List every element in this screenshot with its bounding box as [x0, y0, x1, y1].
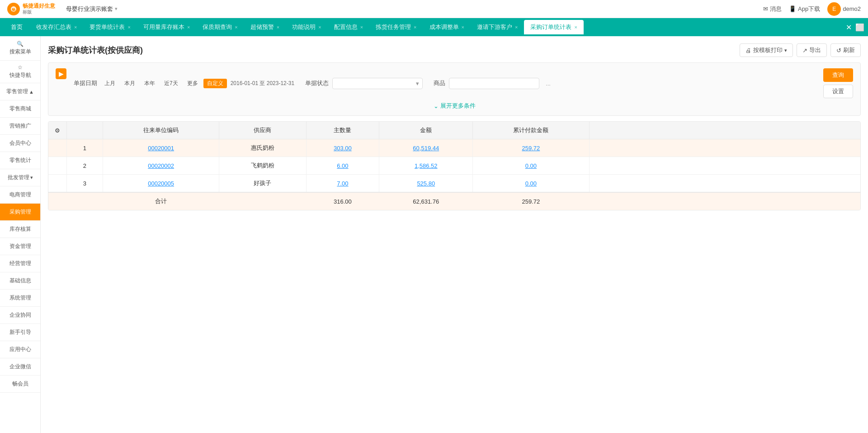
tab-close-icon[interactable]: ×: [187, 24, 190, 30]
filter-top-row: ▶ 单据日期 上月 本月 本年 近7天 更多: [56, 68, 853, 98]
status-select[interactable]: [332, 78, 423, 89]
tab-goods-stats[interactable]: 要货单统计表 ×: [83, 20, 137, 34]
cell-extra: [589, 175, 860, 193]
tab-close-icon[interactable]: ×: [574, 24, 577, 30]
table-row: 3 00020005 好孩子 7.00 525.80 0.00: [48, 175, 860, 193]
cell-partner-code[interactable]: 00020005: [103, 175, 219, 193]
sidebar-item-retail[interactable]: 零售管理 ▲: [0, 83, 40, 100]
top-bar-right: ✉ 消息 📱 App下载 E demo2: [763, 2, 861, 16]
tab-receive-send[interactable]: 收发存汇总表 ×: [30, 20, 83, 34]
message-item[interactable]: ✉ 消息: [763, 5, 782, 13]
cell-main-qty[interactable]: 7.00: [306, 175, 379, 193]
date-shortcut-custom[interactable]: 自定义: [203, 79, 227, 88]
tab-close-icon[interactable]: ×: [277, 24, 279, 30]
tab-close-icon[interactable]: ×: [235, 24, 237, 30]
close-all-tabs-icon[interactable]: ✕: [846, 23, 852, 32]
filter-toggle-button[interactable]: ▶: [56, 68, 66, 79]
print-button[interactable]: 🖨 按模板打印 ▾: [740, 43, 793, 57]
cell-main-qty[interactable]: 303.00: [306, 139, 379, 157]
sidebar-search[interactable]: 🔍 搜索菜单: [0, 36, 40, 61]
maximize-icon[interactable]: ⬜: [855, 23, 864, 32]
tab-function-desc[interactable]: 功能说明 ×: [286, 20, 327, 34]
tab-close-icon[interactable]: ×: [74, 24, 77, 30]
tab-invite-downstream[interactable]: 邀请下游客户 ×: [471, 20, 524, 34]
more-conditions-toggle[interactable]: ⌄ 展开更多条件: [56, 98, 853, 110]
app-download-item[interactable]: 📱 App下载: [789, 5, 820, 13]
sidebar-item-enterprise-wechat[interactable]: 企业微信: [0, 358, 40, 376]
page-header: 采购订单统计表(按供应商) 🖨 按模板打印 ▾ ↗ 导出 ↺ 刷新: [48, 43, 861, 57]
tab-purchase-stats[interactable]: 采购订单统计表 ×: [524, 20, 583, 34]
date-shortcut-7days[interactable]: 近7天: [160, 79, 182, 88]
sidebar-item-app-center[interactable]: 应用中心: [0, 341, 40, 358]
sidebar-item-marketing[interactable]: 营销推广: [0, 118, 40, 135]
filter-area: ▶ 单据日期 上月 本月 本年 近7天 更多: [48, 62, 861, 116]
cell-settings: [48, 175, 66, 193]
tab-pick-task[interactable]: 拣货任务管理 ×: [369, 20, 423, 34]
sidebar-item-retail-stats[interactable]: 零售统计: [0, 152, 40, 169]
tab-overstock-warning[interactable]: 超储预警 ×: [244, 20, 286, 34]
sidebar-shortcut[interactable]: ☆ 快捷导航: [0, 61, 40, 83]
refresh-button[interactable]: ↺ 刷新: [830, 43, 861, 57]
export-button[interactable]: ↗ 导出: [797, 43, 827, 57]
tab-close-icon[interactable]: ×: [360, 24, 363, 30]
sidebar-item-member2[interactable]: 畅会员: [0, 376, 40, 393]
tab-home[interactable]: 首页: [4, 20, 30, 34]
goods-filter-label: 商品: [434, 79, 445, 87]
tab-close-icon[interactable]: ×: [414, 24, 416, 30]
page-title: 采购订单统计表(按供应商): [48, 45, 143, 56]
cell-amount[interactable]: 1,586.52: [379, 157, 473, 175]
filter-main: 单据日期 上月 本月 本年 近7天 更多 自定义 2016-01-01 至 20…: [74, 68, 853, 98]
sidebar-item-ecommerce[interactable]: 电商管理: [0, 186, 40, 204]
chevron-down-icon: ⌄: [434, 103, 439, 109]
tab-close-icon[interactable]: ×: [462, 24, 464, 30]
cell-partner-code[interactable]: 00020001: [103, 139, 219, 157]
tab-config-info[interactable]: 配置信息 ×: [328, 20, 369, 34]
goods-input[interactable]: [449, 78, 539, 89]
tab-expire-query[interactable]: 保质期查询 ×: [196, 20, 244, 34]
date-shortcut-more[interactable]: 更多: [184, 79, 202, 88]
query-button[interactable]: 查询: [823, 68, 853, 82]
sidebar-item-purchase-mgmt[interactable]: 采购管理: [0, 204, 40, 221]
cell-supplier: 好孩子: [219, 175, 306, 193]
footer-paid-amount: 259.72: [473, 192, 589, 210]
settings-button[interactable]: 设置: [823, 85, 853, 98]
sidebar-item-batch-mgmt[interactable]: 批发管理 ▾: [0, 169, 40, 186]
cell-amount[interactable]: 525.80: [379, 175, 473, 193]
sidebar-item-member[interactable]: 会员中心: [0, 135, 40, 152]
date-shortcut-this-year[interactable]: 本年: [141, 79, 159, 88]
sidebar-item-retail-shop[interactable]: 零售商城: [0, 100, 40, 118]
goods-ellipsis[interactable]: ...: [543, 78, 553, 89]
cell-paid-amount[interactable]: 259.72: [473, 139, 589, 157]
cell-main-qty[interactable]: 6.00: [306, 157, 379, 175]
column-settings[interactable]: ⚙: [48, 122, 66, 139]
sidebar-item-inventory[interactable]: 库存核算: [0, 221, 40, 238]
user-item[interactable]: E demo2: [827, 2, 861, 16]
sidebar-item-sys-mgmt[interactable]: 系统管理: [0, 290, 40, 307]
tab-close-icon[interactable]: ×: [318, 24, 321, 30]
sidebar-item-new-guide[interactable]: 新手引导: [0, 324, 40, 341]
cell-seq: 1: [66, 139, 103, 157]
sidebar-item-enterprise[interactable]: 企业协同: [0, 307, 40, 324]
top-bar: 畅 畅捷通好生意 标版 母婴行业演示账套 ▾ ✉ 消息 📱 App下载 E de…: [0, 0, 868, 18]
tab-close-icon[interactable]: ×: [127, 24, 130, 30]
date-shortcut-this-month[interactable]: 本月: [121, 79, 139, 88]
column-partner-code: 往来单位编码: [103, 122, 219, 139]
top-bar-left: 畅 畅捷通好生意 标版 母婴行业演示账套 ▾: [7, 3, 118, 15]
cell-paid-amount[interactable]: 0.00: [473, 157, 589, 175]
cell-partner-code[interactable]: 00020002: [103, 157, 219, 175]
date-shortcut-last-month[interactable]: 上月: [101, 79, 119, 88]
tab-close-icon[interactable]: ×: [515, 24, 518, 30]
cell-paid-amount[interactable]: 0.00: [473, 175, 589, 193]
tab-available-stock[interactable]: 可用量库存账本 ×: [137, 20, 196, 34]
svg-text:畅: 畅: [12, 8, 15, 12]
sidebar-item-finance[interactable]: 资金管理: [0, 238, 40, 255]
page-actions: 🖨 按模板打印 ▾ ↗ 导出 ↺ 刷新: [740, 43, 861, 57]
sidebar-item-operation[interactable]: 经营管理: [0, 255, 40, 272]
cell-amount[interactable]: 60,519.44: [379, 139, 473, 157]
message-icon: ✉: [763, 5, 768, 12]
sidebar-item-base-info[interactable]: 基础信息: [0, 272, 40, 290]
filter-action-buttons: 查询 设置: [823, 68, 853, 98]
tab-cost-adjust[interactable]: 成本调整单 ×: [423, 20, 471, 34]
column-supplier: 供应商: [219, 122, 306, 139]
workspace-selector[interactable]: 母婴行业演示账套 ▾: [66, 5, 118, 13]
